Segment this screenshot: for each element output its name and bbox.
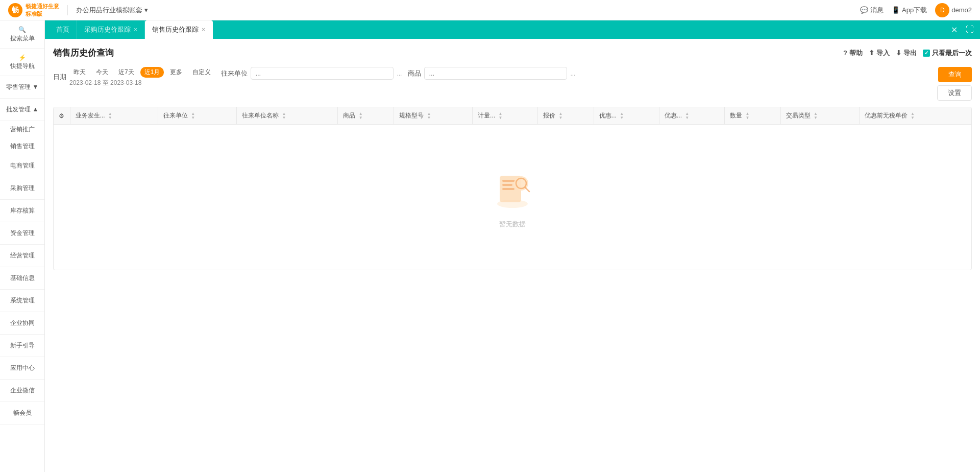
- col-product[interactable]: 商品 ▲▼: [338, 107, 394, 125]
- page-title-row: 销售历史价查询 ? 帮助 ⬆ 导入 ⬇ 导出: [53, 47, 972, 59]
- col-pre-tax-price[interactable]: 优惠前无税单价 ▲▼: [859, 107, 971, 125]
- svg-line-7: [525, 187, 529, 192]
- logo-text: 畅捷通好生意 标准版: [26, 3, 59, 17]
- page-title: 销售历史价查询: [53, 47, 114, 59]
- import-button[interactable]: ⬆ 导入: [869, 49, 890, 58]
- header-right: 💬 消息 📱 App下载 D demo2: [860, 3, 972, 17]
- export-button[interactable]: ⬇ 导出: [896, 49, 917, 58]
- empty-state: 暂无数据: [54, 125, 971, 270]
- user-menu[interactable]: D demo2: [935, 3, 972, 17]
- query-button[interactable]: 查询: [938, 67, 972, 82]
- date-option-more[interactable]: 更多: [166, 67, 186, 78]
- username-label: demo2: [951, 6, 972, 14]
- sidebar-label-wholesale-mgmt: 批发管理: [6, 105, 31, 114]
- date-option-last7days[interactable]: 近7天: [114, 67, 138, 78]
- sidebar-item-enterprise-coop[interactable]: 企业协同: [0, 312, 44, 335]
- app-selector[interactable]: 办公用品行业模拟账套 ▾: [76, 6, 148, 15]
- sidebar-item-quick-nav[interactable]: ⚡ 快捷导航: [0, 49, 44, 77]
- message-label: 消息: [870, 6, 884, 15]
- sidebar-label-basic-info: 基础信息: [10, 274, 35, 282]
- app-download-label: App下载: [902, 6, 927, 15]
- maximize-button[interactable]: ⛶: [964, 25, 976, 34]
- sidebar-label-finance-mgmt: 资金管理: [10, 229, 35, 238]
- data-table: ⚙ 业务发生... ▲▼ 往来单位 ▲▼ 往来单位名称 ▲▼: [54, 107, 971, 125]
- sidebar-item-basic-info[interactable]: 基础信息: [0, 267, 44, 290]
- logo-area: 畅 畅捷通好生意 标准版: [8, 3, 59, 17]
- sidebar-item-finance-mgmt[interactable]: 资金管理: [0, 222, 44, 245]
- tab-sales-history-close[interactable]: ×: [202, 27, 205, 33]
- sidebar-item-operation-mgmt[interactable]: 经营管理: [0, 245, 44, 267]
- close-window-button[interactable]: ✕: [949, 25, 960, 35]
- sidebar-item-enterprise-wechat[interactable]: 企业微信: [0, 380, 44, 402]
- table-container: ⚙ 业务发生... ▲▼ 往来单位 ▲▼ 往来单位名称 ▲▼: [53, 107, 972, 270]
- sidebar-item-marketing[interactable]: 营销推广: [0, 121, 44, 138]
- tab-purchase-history[interactable]: 采购历史价跟踪 ×: [77, 20, 145, 39]
- tab-sales-history-label: 销售历史价跟踪: [152, 25, 199, 34]
- col-trade-type[interactable]: 交易类型 ▲▼: [780, 107, 859, 125]
- empty-text: 暂无数据: [499, 220, 526, 229]
- sidebar-label-enterprise-wechat: 企业微信: [10, 386, 35, 395]
- only-last-checkbox[interactable]: ✓ 只看最后一次: [923, 49, 972, 58]
- sidebar-label-ecommerce-mgmt: 电商管理: [10, 161, 35, 170]
- header-left: 畅 畅捷通好生意 标准版 办公用品行业模拟账套 ▾: [8, 3, 148, 17]
- search-row: 日期 昨天 今天 近7天 近1月 更多 自定义 202: [53, 67, 972, 101]
- col-quantity[interactable]: 数量 ▲▼: [725, 107, 781, 125]
- product-filter: 商品 ...: [408, 67, 575, 80]
- sidebar-label-purchase-mgmt: 采购管理: [10, 184, 35, 193]
- chevron-down-icon: ▼: [33, 83, 39, 91]
- tab-bar-actions: ✕ ⛶: [949, 25, 976, 35]
- tab-sales-history[interactable]: 销售历史价跟踪 ×: [145, 20, 213, 39]
- col-discount2[interactable]: 优惠... ▲▼: [659, 107, 724, 125]
- col-settings[interactable]: ⚙: [54, 107, 70, 125]
- sidebar-label-search-menu: 搜索菜单: [10, 34, 35, 43]
- partner-input[interactable]: [251, 67, 394, 80]
- sidebar-item-wholesale-mgmt[interactable]: 批发管理 ▲: [0, 99, 44, 121]
- product-input[interactable]: [424, 67, 567, 80]
- table-header-row: ⚙ 业务发生... ▲▼ 往来单位 ▲▼ 往来单位名称 ▲▼: [54, 107, 971, 125]
- import-icon: ⬆: [869, 49, 874, 57]
- chevron-down-icon: ▾: [144, 6, 148, 14]
- sidebar-item-app-center[interactable]: 应用中心: [0, 357, 44, 380]
- sidebar-label-new-guide: 新手引导: [10, 341, 35, 350]
- sidebar-item-search-menu[interactable]: 🔍 搜索菜单: [0, 20, 44, 49]
- col-biz-date[interactable]: 业务发生... ▲▼: [70, 107, 158, 125]
- sidebar-label-retail-mgmt: 零售管理: [6, 83, 31, 91]
- sidebar-item-new-guide[interactable]: 新手引导: [0, 335, 44, 357]
- sidebar-item-system-mgmt[interactable]: 系统管理: [0, 290, 44, 312]
- sidebar-item-retail-mgmt[interactable]: 零售管理 ▼: [0, 76, 44, 99]
- date-options: 昨天 今天 近7天 近1月 更多 自定义: [69, 67, 215, 78]
- settings-button[interactable]: 设置: [937, 85, 972, 101]
- date-option-today[interactable]: 今天: [92, 67, 112, 78]
- sidebar-label-sales-mgmt: 销售管理: [10, 142, 35, 151]
- help-button[interactable]: ? 帮助: [843, 49, 863, 58]
- tab-home-label: 首页: [56, 25, 69, 34]
- col-quote[interactable]: 报价 ▲▼: [538, 107, 594, 125]
- partner-filter-label: 往来单位: [221, 69, 248, 78]
- sidebar-item-purchase-mgmt[interactable]: 采购管理: [0, 177, 44, 200]
- sidebar-item-inventory[interactable]: 库存核算: [0, 200, 44, 222]
- message-button[interactable]: 💬 消息: [860, 6, 884, 15]
- sidebar-label-membership: 畅会员: [13, 409, 32, 417]
- date-option-last1month[interactable]: 近1月: [140, 67, 164, 78]
- col-discount1[interactable]: 优惠... ▲▼: [594, 107, 659, 125]
- date-option-yesterday[interactable]: 昨天: [69, 67, 90, 78]
- svg-rect-4: [502, 188, 514, 190]
- col-partner-code[interactable]: 往来单位 ▲▼: [158, 107, 237, 125]
- col-partner-name[interactable]: 往来单位名称 ▲▼: [237, 107, 338, 125]
- tab-purchase-history-close[interactable]: ×: [134, 27, 137, 33]
- content-area: 销售历史价查询 ? 帮助 ⬆ 导入 ⬇ 导出: [45, 39, 980, 472]
- app-download-button[interactable]: 📱 App下载: [892, 6, 927, 15]
- product-ellipsis: ...: [570, 70, 575, 77]
- top-header: 畅 畅捷通好生意 标准版 办公用品行业模拟账套 ▾ 💬 消息 📱 App下载 D…: [0, 0, 980, 20]
- col-spec[interactable]: 规格型号 ▲▼: [394, 107, 473, 125]
- logo-icon: 畅: [8, 3, 22, 17]
- page-container: 销售历史价查询 ? 帮助 ⬆ 导入 ⬇ 导出: [45, 39, 980, 278]
- sidebar-item-membership[interactable]: 畅会员: [0, 402, 44, 424]
- sidebar-item-ecommerce-mgmt[interactable]: 电商管理: [0, 155, 44, 177]
- tab-purchase-history-label: 采购历史价跟踪: [84, 25, 131, 34]
- date-option-custom[interactable]: 自定义: [188, 67, 215, 78]
- sidebar-item-sales-mgmt[interactable]: 销售管理: [0, 138, 44, 155]
- col-unit[interactable]: 计量... ▲▼: [473, 107, 538, 125]
- date-filter: 日期 昨天 今天 近7天 近1月 更多 自定义 202: [53, 67, 215, 87]
- tab-home[interactable]: 首页: [49, 20, 77, 39]
